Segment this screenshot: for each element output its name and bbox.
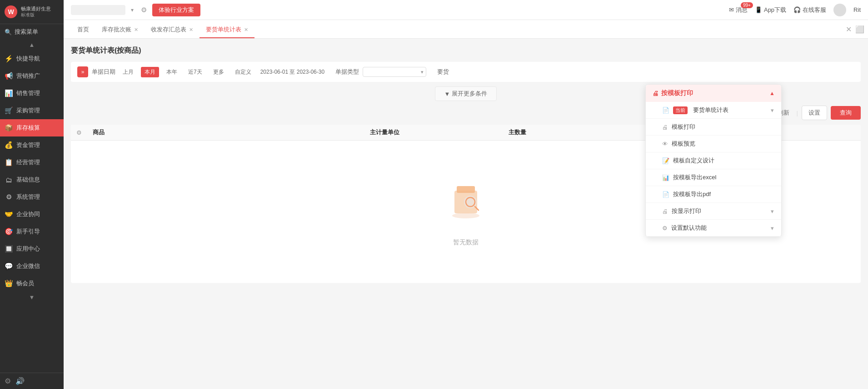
date-btn-this-year[interactable]: 本年 bbox=[163, 67, 181, 77]
sidebar-item-label: 采购管理 bbox=[16, 106, 40, 115]
template-excel-icon: 📊 bbox=[662, 174, 669, 181]
quick-nav-icon: ⚡ bbox=[5, 55, 13, 63]
sidebar-item-guide[interactable]: 🎯 新手引导 bbox=[0, 223, 64, 240]
tab-inventory-batch-close[interactable]: ✕ bbox=[134, 27, 138, 33]
sidebar-item-label: 库存核算 bbox=[16, 124, 40, 132]
sidebar-item-wechat[interactable]: 💬 企业微信 bbox=[0, 258, 64, 275]
window-maximize-icon[interactable]: ⬜ bbox=[855, 25, 864, 34]
dropdown-item-template-preview[interactable]: 👁 模板预览 bbox=[646, 136, 781, 152]
dropdown-item-template-print[interactable]: 🖨 模板打印 bbox=[646, 119, 781, 136]
dropdown-item-current-template[interactable]: 📄 当前 要货单统计表 ▾ bbox=[646, 102, 781, 119]
printer-dropdown-icon: 🖨 bbox=[652, 90, 658, 97]
sidebar-item-system[interactable]: ⚙ 系统管理 bbox=[0, 188, 64, 206]
sidebar-scroll-up[interactable]: ▲ bbox=[0, 40, 64, 50]
dropdown-item-template-excel[interactable]: 📊 按模板导出excel bbox=[646, 169, 781, 186]
page-title: 要货单统计表(按商品) bbox=[71, 46, 861, 56]
col-goods: 商品 bbox=[93, 128, 370, 136]
app-logo-icon: W bbox=[5, 5, 17, 18]
sidebar-item-marketing[interactable]: 📢 营销推广 bbox=[0, 67, 64, 85]
print-dropdown-title-text: 按模板打印 bbox=[661, 89, 693, 97]
tab-receipt-summary[interactable]: 收发存汇总表 ✕ bbox=[145, 22, 200, 38]
query-btn[interactable]: 查询 bbox=[831, 106, 861, 120]
sidebar-item-label: 畅会员 bbox=[16, 279, 34, 288]
cooperation-icon: 🤝 bbox=[5, 210, 13, 218]
sidebar-item-operation[interactable]: 📋 经营管理 bbox=[0, 154, 64, 171]
date-btn-more[interactable]: 更多 bbox=[210, 67, 228, 77]
tab-inventory-batch[interactable]: 库存批次账 ✕ bbox=[95, 22, 145, 38]
sidebar-item-finance[interactable]: 💰 资金管理 bbox=[0, 136, 64, 154]
date-label: 单据日期 bbox=[92, 68, 115, 76]
display-print-icon: 🖨 bbox=[662, 208, 668, 215]
topbar-messages[interactable]: ✉ 消息 99+ bbox=[729, 6, 748, 14]
tab-order-summary-label: 要货单统计表 bbox=[206, 25, 241, 34]
tab-receipt-summary-label: 收发存汇总表 bbox=[151, 25, 186, 34]
settings-btn[interactable]: 设置 bbox=[802, 106, 827, 120]
tab-receipt-summary-close[interactable]: ✕ bbox=[189, 27, 193, 33]
sidebar-item-label: 资金管理 bbox=[16, 141, 40, 149]
sidebar-item-label: 新手引导 bbox=[16, 227, 40, 236]
dropdown-item-default-setting[interactable]: ⚙ 设置默认功能 ▾ bbox=[646, 220, 781, 237]
wechat-icon: 💬 bbox=[5, 262, 13, 270]
purchase-icon: 🛒 bbox=[5, 106, 13, 115]
dropdown-item-template-custom[interactable]: 📝 模板自定义设计 bbox=[646, 152, 781, 169]
sidebar-item-label: 快捷导航 bbox=[16, 55, 40, 63]
sidebar-item-label: 经营管理 bbox=[16, 158, 40, 167]
sidebar-item-apps[interactable]: 🔲 应用中心 bbox=[0, 240, 64, 258]
date-btn-prev-month[interactable]: 上月 bbox=[119, 67, 137, 77]
type-select-wrapper bbox=[363, 67, 426, 77]
main-area: ▾ ⚙ 体验行业方案 ✉ 消息 99+ 📱 App下载 🎧 在线客服 Rit bbox=[64, 0, 868, 389]
sidebar-item-purchase[interactable]: 🛒 采购管理 bbox=[0, 102, 64, 119]
template-excel-label: 按模板导出excel bbox=[673, 173, 716, 182]
date-btn-custom[interactable]: 自定义 bbox=[231, 67, 255, 77]
type-select[interactable] bbox=[363, 67, 426, 77]
template-pdf-icon: 📄 bbox=[662, 191, 669, 198]
tab-order-summary-close[interactable]: ✕ bbox=[244, 27, 248, 33]
print-dropdown-title: 🖨 按模板打印 bbox=[652, 89, 693, 97]
default-setting-icon: ⚙ bbox=[662, 225, 668, 232]
sidebar-item-label: 营销推广 bbox=[16, 72, 40, 80]
sidebar-scroll-down[interactable]: ▼ bbox=[0, 292, 64, 303]
dropdown-item-template-pdf[interactable]: 📄 按模板导出pdf bbox=[646, 186, 781, 203]
finance-icon: 💰 bbox=[5, 141, 13, 149]
display-print-chevron-icon: ▾ bbox=[771, 208, 774, 215]
table-config-icon[interactable]: ⚙ bbox=[76, 129, 93, 136]
template-file-icon: 📄 bbox=[662, 107, 669, 114]
date-btn-this-month[interactable]: 本月 bbox=[141, 67, 159, 77]
app-brand: 畅康通好生意 bbox=[21, 5, 51, 12]
print-dropdown-header[interactable]: 🖨 按模板打印 ▲ bbox=[646, 85, 781, 102]
tab-home[interactable]: 首页 bbox=[71, 22, 95, 38]
sidebar-item-quick-nav[interactable]: ⚡ 快捷导航 bbox=[0, 50, 64, 67]
tab-order-summary[interactable]: 要货单统计表 ✕ bbox=[200, 22, 254, 38]
goods-filter-label: 要货 bbox=[437, 68, 449, 76]
filter-expand-btn[interactable]: » bbox=[77, 66, 88, 77]
sidebar-search-label: 搜索菜单 bbox=[15, 28, 38, 36]
content-area: 要货单统计表(按商品) » 单据日期 上月 本月 本年 近7天 更多 自定义 2… bbox=[64, 39, 868, 389]
sidebar-sound-icon[interactable]: 🔊 bbox=[15, 377, 25, 385]
topbar-search-input[interactable] bbox=[71, 5, 125, 15]
topbar-chevron-icon[interactable]: ▾ bbox=[131, 7, 134, 13]
trial-button[interactable]: 体验行业方案 bbox=[152, 4, 200, 16]
template-custom-icon: 📝 bbox=[662, 157, 669, 164]
topbar-gear-icon[interactable]: ⚙ bbox=[141, 6, 147, 14]
template-print-label: 模板打印 bbox=[672, 123, 695, 131]
user-avatar[interactable] bbox=[833, 4, 846, 16]
sidebar-item-member[interactable]: 👑 畅会员 bbox=[0, 275, 64, 292]
dropdown-item-display-print[interactable]: 🖨 按显示打印 ▾ bbox=[646, 203, 781, 220]
sidebar-settings-icon[interactable]: ⚙ bbox=[5, 377, 11, 385]
action-separator: | bbox=[797, 110, 798, 116]
expand-more-btn[interactable]: ▼ 展开更多条件 bbox=[435, 86, 497, 101]
sidebar-item-sales[interactable]: 📊 销售管理 bbox=[0, 85, 64, 102]
username-label: Rit bbox=[853, 6, 861, 13]
print-dropdown-chevron-icon: ▲ bbox=[769, 90, 775, 96]
sidebar-item-basic[interactable]: 🗂 基础信息 bbox=[0, 171, 64, 188]
sidebar-search[interactable]: 🔍 搜索菜单 bbox=[0, 24, 64, 40]
sidebar-item-cooperation[interactable]: 🤝 企业协同 bbox=[0, 206, 64, 223]
window-close-icon[interactable]: ✕ bbox=[846, 25, 852, 34]
sidebar: W 畅康通好生意 标准版 🔍 搜索菜单 ▲ ⚡ 快捷导航 📢 营销推广 📊 销售… bbox=[0, 0, 64, 389]
topbar-online-service[interactable]: 🎧 在线客服 bbox=[793, 6, 826, 14]
topbar-app-download[interactable]: 📱 App下载 bbox=[755, 6, 786, 14]
date-btn-7days[interactable]: 近7天 bbox=[185, 67, 206, 77]
expand-more-label: 展开更多条件 bbox=[452, 90, 487, 98]
sidebar-item-inventory[interactable]: 📦 库存核算 bbox=[0, 119, 64, 136]
sales-icon: 📊 bbox=[5, 89, 13, 97]
